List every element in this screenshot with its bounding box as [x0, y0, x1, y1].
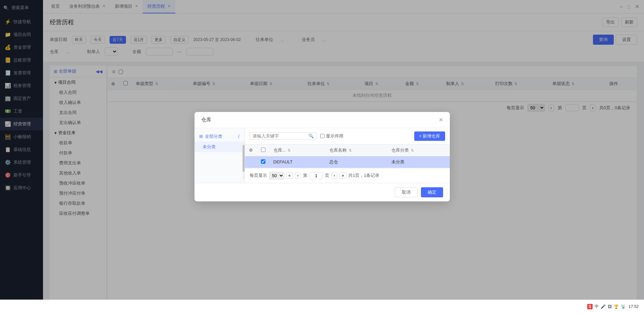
modal-left-scrollbar-thumb	[243, 145, 245, 172]
warehouse-search-input[interactable]	[253, 133, 307, 139]
wrow-checkbox[interactable]	[261, 159, 265, 164]
modal-table-container: ⚙ 仓库... ⇅ 仓库名称 ⇅ 仓库分类 ⇅ DEFAU	[245, 145, 450, 168]
modal-last-page-btn[interactable]: »	[339, 172, 346, 179]
taskbar-icons: S 中 🎤 🖼 🏆 📡	[587, 304, 626, 309]
modal-action-buttons: 取消 确定	[195, 183, 450, 201]
modal-prev-page-btn[interactable]: ‹	[295, 172, 301, 179]
taskbar: S 中 🎤 🖼 🏆 📡 17:52	[0, 300, 644, 313]
taskbar-icon-trophy[interactable]: 🏆	[614, 304, 619, 309]
modal-header: 仓库 ✕	[195, 112, 450, 128]
modal-pagination-bar: 每页显示 50 « ‹ 第 页 › » 共1页，1条记录	[245, 168, 450, 183]
show-disabled-checkbox[interactable]	[320, 134, 325, 138]
add-warehouse-button[interactable]: + 新增仓库	[414, 131, 445, 141]
modal-body: ⊞ 全部分类 《 未分类 🔍	[195, 128, 450, 183]
wth-check[interactable]	[257, 145, 269, 156]
modal-toolbar: 🔍 显示停用 + 新增仓库	[245, 128, 450, 145]
cancel-button[interactable]: 取消	[395, 187, 418, 197]
warehouse-table: ⚙ 仓库... ⇅ 仓库名称 ⇅ 仓库分类 ⇅ DEFAU	[245, 145, 450, 168]
wth-name[interactable]: 仓库名称 ⇅	[325, 145, 387, 156]
modal-search-box: 🔍	[250, 132, 317, 140]
wth-code[interactable]: 仓库... ⇅	[269, 145, 326, 156]
grid-icon-2: ⊞	[199, 134, 203, 139]
wth-category[interactable]: 仓库分类 ⇅	[387, 145, 449, 156]
modal-all-category[interactable]: ⊞ 全部分类 《	[195, 131, 245, 142]
wrow-check[interactable]	[257, 156, 269, 168]
wrow-category: 未分类	[387, 156, 449, 168]
modal-overlay: 仓库 ✕ ⊞ 全部分类 《 未分类	[0, 0, 644, 313]
taskbar-icon-mic[interactable]: 🎤	[601, 304, 606, 309]
modal-pagination: 每页显示 50 « ‹ 第 页 › » 共1页，1条记录	[250, 172, 380, 180]
wth-settings[interactable]: ⚙	[245, 145, 257, 156]
confirm-button[interactable]: 确定	[421, 187, 443, 197]
wrow-code: DEFAULT	[269, 156, 326, 168]
show-disabled-label[interactable]: 显示停用	[320, 133, 343, 139]
modal-total: 共1页，1条记录	[348, 172, 379, 179]
warehouse-table-row[interactable]: DEFAULT 总仓 未分类	[245, 156, 450, 168]
modal-left-scrollbar[interactable]	[243, 142, 245, 180]
wth-settings-icon: ⚙	[249, 148, 253, 153]
modal-left-item-unclassified[interactable]: 未分类	[195, 142, 245, 152]
modal-per-page-label: 每页显示	[250, 172, 267, 179]
wth-header-checkbox[interactable]	[261, 148, 265, 152]
warehouse-table-header: ⚙ 仓库... ⇅ 仓库名称 ⇅ 仓库分类 ⇅	[245, 145, 450, 156]
modal-all-category-label: 全部分类	[205, 133, 222, 140]
taskbar-icon-img[interactable]: 🖼	[608, 304, 612, 309]
taskbar-time: 17:52	[629, 304, 639, 309]
search-icon-2: 🔍	[308, 133, 314, 139]
wrow-name: 总仓	[325, 156, 387, 168]
modal-next-page-btn[interactable]: ›	[331, 172, 337, 179]
modal-page-input[interactable]	[309, 172, 323, 179]
modal-per-page-select[interactable]: 50	[269, 172, 284, 180]
modal-page-unit: 页	[325, 172, 329, 179]
wrow-settings	[245, 156, 257, 168]
collapse-left-icon[interactable]: 《	[235, 133, 240, 140]
modal-title: 仓库	[201, 117, 211, 123]
modal-page-label: 第	[303, 172, 307, 179]
modal-first-page-btn[interactable]: «	[286, 172, 293, 179]
warehouse-modal: 仓库 ✕ ⊞ 全部分类 《 未分类	[195, 112, 450, 201]
modal-right-panel: 🔍 显示停用 + 新增仓库 ⚙	[245, 128, 450, 183]
modal-close-button[interactable]: ✕	[439, 117, 443, 123]
modal-left-panel: ⊞ 全部分类 《 未分类	[195, 128, 245, 183]
taskbar-icon-s[interactable]: S	[587, 304, 593, 309]
taskbar-icon-signal[interactable]: 📡	[621, 304, 626, 309]
taskbar-icon-chinese[interactable]: 中	[595, 304, 599, 309]
